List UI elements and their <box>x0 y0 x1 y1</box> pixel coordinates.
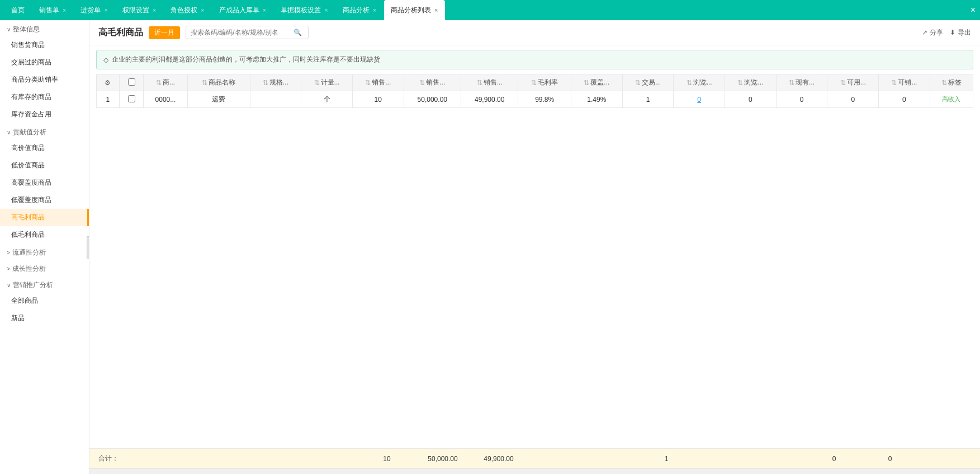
col-header-salesQty[interactable]: ⇅销售... <box>352 74 404 91</box>
cell-salesQty: 10 <box>352 91 404 108</box>
col-header-tag[interactable]: ⇅标签 <box>930 74 973 91</box>
sidebar-group-arrow-4: ∨ <box>7 282 11 288</box>
top-nav: 首页销售单×进货单×权限设置×角色授权×产成品入库单×单据模板设置×商品分析×商… <box>0 0 980 20</box>
footer-sales-qty: 10 <box>364 455 409 463</box>
nav-tab-8[interactable]: 商品分析列表× <box>384 0 444 20</box>
sidebar-item-1-4[interactable]: 高毛利商品 <box>0 209 89 226</box>
nav-tab-close[interactable]: × <box>63 7 66 13</box>
col-header-checkbox[interactable] <box>119 74 144 91</box>
nav-tab-label: 权限设置 <box>122 6 149 15</box>
cell-unit: 个 <box>301 91 353 108</box>
header-actions: ↗ 分享 ⬇ 导出 <box>922 28 971 37</box>
col-header-browsing2[interactable]: ⇅浏览... <box>725 74 777 91</box>
sort-icon-salesQty: ⇅ <box>365 79 371 87</box>
sidebar-group-3[interactable]: >成长性分析 <box>0 260 89 276</box>
col-header-currentStock[interactable]: ⇅现有... <box>776 74 827 91</box>
sidebar-item-1-0[interactable]: 高价值商品 <box>0 139 89 157</box>
sidebar-group-2[interactable]: >流通性分析 <box>0 243 89 260</box>
col-header-unit[interactable]: ⇅计量... <box>301 74 353 91</box>
nav-tab-close[interactable]: × <box>201 7 204 13</box>
nav-tab-5[interactable]: 产成品入库单× <box>212 0 273 20</box>
sidebar-group-0[interactable]: ∨整体信息 <box>0 20 89 36</box>
share-button[interactable]: ↗ 分享 <box>922 28 943 37</box>
sidebar-item-1-1[interactable]: 低价值商品 <box>0 157 89 174</box>
nav-tab-close[interactable]: × <box>434 7 438 13</box>
col-header-grossMargin[interactable]: ⇅毛利率 <box>518 74 571 91</box>
col-header-spec[interactable]: ⇅规格... <box>250 74 301 91</box>
sort-icon-unit: ⇅ <box>314 79 320 87</box>
col-header-transactions[interactable]: ⇅交易... <box>622 74 674 91</box>
nav-tab-label: 产成品入库单 <box>219 6 259 15</box>
cell-currentStock: 0 <box>776 91 827 108</box>
sidebar-group-1[interactable]: ∨贡献值分析 <box>0 123 89 139</box>
col-header-saleable[interactable]: ⇅可销... <box>879 74 930 91</box>
sidebar-item-1-3[interactable]: 低覆盖度商品 <box>0 191 89 209</box>
sidebar-item-0-2[interactable]: 商品分类助销率 <box>0 71 89 88</box>
cell-coverage: 1.49% <box>571 91 622 108</box>
col-header-settings[interactable]: ⚙ <box>97 74 120 91</box>
nav-tab-1[interactable]: 销售单× <box>32 0 73 20</box>
horizontal-scrollbar[interactable] <box>89 468 980 474</box>
info-icon: ◇ <box>103 56 108 64</box>
nav-tab-close[interactable]: × <box>373 7 376 13</box>
close-all-button[interactable]: × <box>970 5 976 15</box>
search-box: 🔍 <box>186 26 309 39</box>
tag-badge: 高收入 <box>942 96 960 102</box>
cell-saleable: 0 <box>879 91 930 108</box>
cell-salesProfit: 49,900.00 <box>461 91 518 108</box>
row-settings: 1 <box>97 91 120 108</box>
row-select-checkbox[interactable] <box>128 95 135 102</box>
nav-tab-0[interactable]: 首页 <box>4 0 31 20</box>
col-header-browsing1[interactable]: ⇅浏览... <box>674 74 725 91</box>
search-icon[interactable]: 🔍 <box>293 29 302 36</box>
nav-tab-close[interactable]: × <box>153 7 156 13</box>
row-checkbox[interactable] <box>119 91 144 108</box>
nav-tab-label: 进货单 <box>81 6 101 15</box>
sort-icon-browsing1: ⇅ <box>687 79 692 87</box>
table-wrapper: ⚙⇅商...⇅商品名称⇅规格...⇅计量...⇅销售...⇅销售...⇅销售..… <box>89 74 980 448</box>
nav-tab-2[interactable]: 进货单× <box>74 0 114 20</box>
cell-spec <box>250 91 301 108</box>
export-button[interactable]: ⬇ 导出 <box>950 28 971 37</box>
sort-icon-browsing2: ⇅ <box>737 79 743 87</box>
sidebar-item-1-2[interactable]: 高覆盖度商品 <box>0 174 89 191</box>
nav-tab-label: 商品分析列表 <box>391 6 431 15</box>
filter-period-button[interactable]: 近一月 <box>149 26 180 39</box>
footer-label: 合计： <box>98 454 119 463</box>
col-header-code[interactable]: ⇅商... <box>144 74 187 91</box>
sidebar-item-0-0[interactable]: 销售货商品 <box>0 36 89 54</box>
nav-tab-4[interactable]: 角色授权× <box>164 0 211 20</box>
nav-tab-6[interactable]: 单据模板设置× <box>274 0 334 20</box>
nav-tab-close[interactable]: × <box>104 7 107 13</box>
sort-icon-saleable: ⇅ <box>891 79 897 87</box>
cell-available: 0 <box>827 91 879 108</box>
search-input[interactable] <box>191 29 291 36</box>
nav-tab-close[interactable]: × <box>324 7 328 13</box>
data-table: ⚙⇅商...⇅商品名称⇅规格...⇅计量...⇅销售...⇅销售...⇅销售..… <box>96 74 973 108</box>
col-header-available[interactable]: ⇅可用... <box>827 74 879 91</box>
sidebar-group-arrow-1: ∨ <box>7 129 11 135</box>
sidebar-item-0-4[interactable]: 库存资金占用 <box>0 106 89 123</box>
sidebar-item-4-1[interactable]: 新品 <box>0 309 89 327</box>
browsing-link[interactable]: 0 <box>697 96 701 104</box>
sort-icon-spec: ⇅ <box>263 79 268 87</box>
nav-tab-7[interactable]: 商品分析× <box>336 0 383 20</box>
sidebar-item-4-0[interactable]: 全部商品 <box>0 292 89 309</box>
nav-tab-close[interactable]: × <box>263 7 266 13</box>
page-title: 高毛利商品 <box>98 27 143 39</box>
sidebar-item-1-5[interactable]: 低毛利商品 <box>0 226 89 243</box>
col-header-name[interactable]: ⇅商品名称 <box>187 74 250 91</box>
sidebar-collapse-button[interactable]: « <box>87 236 89 259</box>
export-icon: ⬇ <box>950 29 955 36</box>
select-all-checkbox[interactable] <box>128 78 135 86</box>
settings-icon[interactable]: ⚙ <box>105 79 111 87</box>
sidebar-item-0-1[interactable]: 交易过的商品 <box>0 54 89 71</box>
sidebar-item-0-3[interactable]: 有库存的商品 <box>0 88 89 106</box>
col-header-coverage[interactable]: ⇅覆盖... <box>571 74 622 91</box>
cell-tag: 高收入 <box>930 91 973 108</box>
col-header-salesAmount[interactable]: ⇅销售... <box>404 74 461 91</box>
sidebar-group-4[interactable]: ∨营销推广分析 <box>0 276 89 292</box>
col-header-salesProfit[interactable]: ⇅销售... <box>461 74 518 91</box>
nav-tab-3[interactable]: 权限设置× <box>116 0 163 20</box>
sort-icon-salesAmount: ⇅ <box>419 79 425 87</box>
